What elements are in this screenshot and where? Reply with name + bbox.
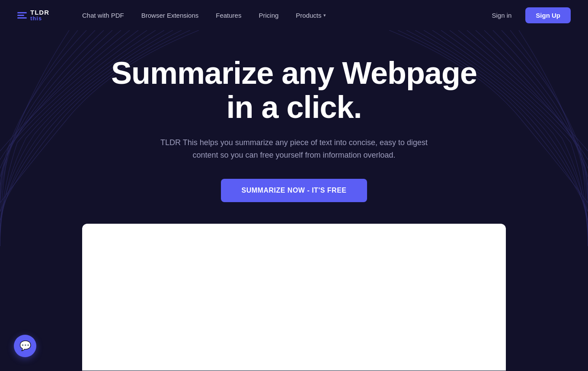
hero-title: Summarize any Webpage in a click. bbox=[9, 56, 579, 124]
nav-links: Chat with PDF Browser Extensions Feature… bbox=[75, 8, 485, 22]
chat-widget-button[interactable]: 💬 bbox=[14, 335, 36, 357]
preview-section bbox=[82, 224, 506, 371]
nav-features[interactable]: Features bbox=[209, 8, 248, 22]
logo-bar-3 bbox=[17, 17, 27, 19]
chat-icon: 💬 bbox=[19, 340, 31, 352]
hero-subtitle: TLDR This helps you summarize any piece … bbox=[156, 136, 432, 162]
cta-button[interactable]: SUMMARIZE NOW - IT'S FREE bbox=[221, 179, 368, 202]
nav-pricing[interactable]: Pricing bbox=[252, 8, 285, 22]
navbar: TLDR this Chat with PDF Browser Extensio… bbox=[0, 0, 588, 30]
products-dropdown-arrow: ▾ bbox=[323, 13, 326, 18]
logo-bar-2 bbox=[17, 15, 24, 16]
nav-chat-with-pdf[interactable]: Chat with PDF bbox=[75, 8, 131, 22]
preview-box bbox=[82, 224, 506, 371]
logo-tldr: TLDR bbox=[30, 9, 49, 16]
hero-section: .wave-line { fill: none; stroke: #2a2860… bbox=[0, 30, 588, 371]
logo-icon bbox=[17, 12, 27, 19]
logo-link[interactable]: TLDR this bbox=[17, 9, 49, 21]
hero-content: Summarize any Webpage in a click. TLDR T… bbox=[9, 56, 579, 202]
nav-browser-extensions[interactable]: Browser Extensions bbox=[134, 8, 206, 22]
logo-text: TLDR this bbox=[30, 9, 49, 21]
nav-right: Sign in Sign Up bbox=[485, 7, 571, 23]
logo-bar-1 bbox=[17, 12, 27, 13]
signin-link[interactable]: Sign in bbox=[485, 8, 518, 22]
nav-products[interactable]: Products ▾ bbox=[289, 8, 332, 22]
signup-button[interactable]: Sign Up bbox=[525, 7, 571, 23]
logo-this: this bbox=[30, 16, 49, 21]
